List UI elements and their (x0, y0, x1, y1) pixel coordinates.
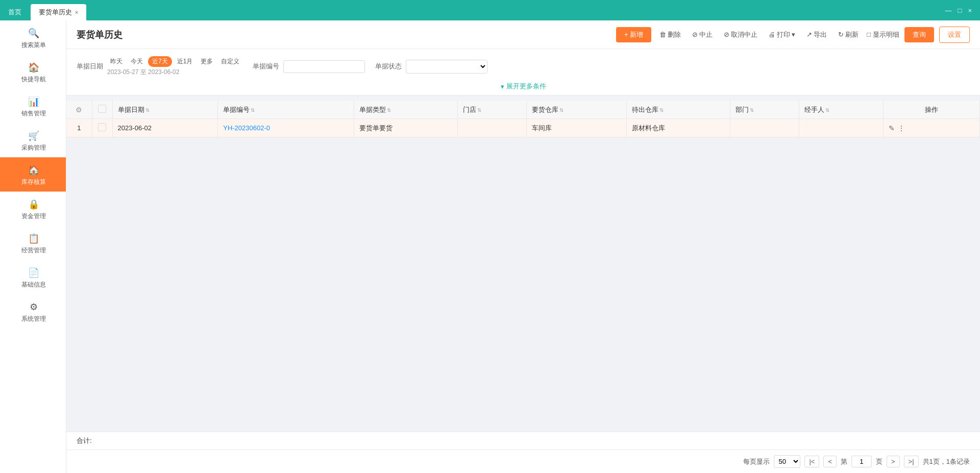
query-button[interactable]: 查询 (904, 27, 934, 42)
col-dept[interactable]: 部门⇅ (730, 101, 799, 119)
sort-icon-req-wh: ⇅ (559, 107, 564, 113)
sidebar-item-system-mgmt[interactable]: ⚙ 系统管理 (0, 294, 66, 328)
stop-button[interactable]: ⊘ 中止 (689, 28, 716, 41)
status-select[interactable] (406, 60, 487, 74)
col-pending-warehouse[interactable]: 待出仓库⇅ (626, 101, 730, 119)
col-doc-type[interactable]: 单据类型⇅ (354, 101, 457, 119)
col-store[interactable]: 门店⇅ (457, 101, 526, 119)
cancel-stop-icon: ⊘ (724, 31, 729, 38)
date-filter-label: 单据日期 (77, 62, 103, 71)
col-settings[interactable]: ⚙ (66, 101, 92, 119)
edit-icon[interactable]: ✎ (889, 124, 895, 132)
first-page-button[interactable]: |< (804, 456, 819, 467)
sidebar-item-finance[interactable]: 🔒 资金管理 (0, 192, 66, 226)
sidebar-item-operations-label: 经营管理 (21, 246, 46, 255)
pagination-bar: 每页显示 50 10 20 100 |< < 第 页 > >| 共1页，1条记录 (66, 450, 980, 473)
data-table: ⚙ 单据日期⇅ 单据编号⇅ 单据类型⇅ 门店⇅ 要货仓库⇅ 待出仓库⇅ 部门⇅ … (66, 101, 980, 137)
header-checkbox[interactable] (98, 105, 106, 113)
doc-number-input[interactable] (283, 60, 365, 73)
page-size-select[interactable]: 50 10 20 100 (774, 455, 800, 468)
purchase-mgmt-icon: 🛒 (28, 130, 39, 141)
delete-icon: 🗑 (659, 31, 666, 38)
sidebar-item-system-mgmt-label: 系统管理 (21, 315, 46, 323)
window-maximize[interactable]: □ (958, 7, 962, 14)
sidebar-item-search-menu[interactable]: 🔍 搜索菜单 (0, 20, 66, 55)
window-minimize[interactable]: — (945, 7, 952, 14)
shortcut-custom[interactable]: 自定义 (218, 56, 242, 67)
date-shortcuts-group: 昨天 今天 近7天 近1月 更多 自定义 2023-05-27 至 2023-0… (107, 56, 242, 77)
cell-doc-type: 要货单要货 (354, 119, 457, 137)
doc-number-label: 单据编号 (253, 62, 279, 71)
sidebar-item-basic-info-label: 基础信息 (21, 280, 46, 289)
last-page-button[interactable]: >| (904, 456, 919, 467)
table-header: ⚙ 单据日期⇅ 单据编号⇅ 单据类型⇅ 门店⇅ 要货仓库⇅ 待出仓库⇅ 部门⇅ … (66, 101, 980, 119)
delete-button[interactable]: 🗑 删除 (656, 28, 684, 41)
row-checkbox[interactable] (98, 123, 106, 131)
shortcut-more[interactable]: 更多 (198, 56, 216, 67)
quick-nav-icon: 🏠 (28, 62, 39, 73)
display-cell-button[interactable]: □ 显示明细 (867, 30, 899, 39)
cell-dept (730, 119, 799, 137)
expand-more-btn[interactable]: ▾ 展开更多条件 (501, 82, 546, 91)
col-doc-date[interactable]: 单据日期⇅ (112, 101, 218, 119)
doc-number-link[interactable]: YH-20230602-0 (223, 124, 270, 132)
sidebar-item-basic-info[interactable]: 📄 基础信息 (0, 260, 66, 294)
cell-store (457, 119, 526, 137)
settings-icon: ⚙ (76, 106, 82, 114)
print-button[interactable]: 🖨 打印 ▾ (766, 28, 798, 41)
tab-close-icon[interactable]: × (75, 9, 78, 15)
print-icon: 🖨 (769, 31, 775, 38)
col-doc-number[interactable]: 单据编号⇅ (218, 101, 354, 119)
checkbox-display: □ (867, 31, 871, 38)
table-footer: 合计: (66, 432, 980, 450)
status-label: 单据状态 (375, 62, 402, 71)
next-page-button[interactable]: > (887, 456, 900, 467)
system-mgmt-icon: ⚙ (30, 301, 38, 313)
sidebar-item-inventory[interactable]: 🏠 库存核算 (0, 157, 66, 192)
sidebar-item-quick-nav[interactable]: 🏠 快捷导航 (0, 55, 66, 89)
table-row: 1 2023-06-02 YH-20230602-0 要货单要货 车间库 原材料… (66, 119, 980, 137)
more-icon[interactable]: ⋮ (898, 124, 905, 132)
tab-home[interactable]: 首页 (0, 4, 30, 20)
content-area: 要货单历史 + 新增 🗑 删除 ⊘ 中止 ⊘ 取消中止 🖨 打印 (66, 20, 980, 473)
tab-requisition-history-label: 要货单历史 (39, 8, 72, 17)
cell-actions: ✎ ⋮ (883, 119, 979, 137)
prev-page-button[interactable]: < (823, 456, 837, 467)
export-icon: ↗ (806, 31, 812, 38)
print-arrow-icon: ▾ (792, 31, 795, 38)
sidebar-item-inventory-label: 库存核算 (21, 178, 46, 186)
sidebar-item-operations[interactable]: 📋 经营管理 (0, 226, 66, 260)
export-button[interactable]: ↗ 导出 (803, 28, 830, 41)
page-title: 要货单历史 (77, 29, 122, 41)
window-close[interactable]: × (968, 7, 972, 14)
status-filter: 单据状态 (375, 60, 487, 74)
cancel-stop-button[interactable]: ⊘ 取消中止 (721, 28, 761, 41)
tab-home-label: 首页 (8, 8, 21, 17)
shortcut-last1month[interactable]: 近1月 (174, 56, 196, 67)
page-number-input[interactable] (851, 456, 872, 467)
table-container: ⚙ 单据日期⇅ 单据编号⇅ 单据类型⇅ 门店⇅ 要货仓库⇅ 待出仓库⇅ 部门⇅ … (66, 96, 980, 432)
inventory-icon: 🏠 (28, 164, 39, 176)
new-button[interactable]: + 新增 (616, 27, 651, 42)
sort-icon-dept: ⇅ (750, 107, 754, 113)
col-handler[interactable]: 经手人⇅ (799, 101, 883, 119)
cell-checkbox[interactable] (92, 119, 112, 137)
col-checkbox[interactable] (92, 101, 112, 119)
page-label: 第 (841, 457, 847, 466)
sidebar-item-sales-mgmt[interactable]: 📊 销售管理 (0, 89, 66, 123)
top-bar: 首页 要货单历史 × — □ × (0, 0, 980, 20)
sort-icon-store: ⇅ (477, 107, 481, 113)
col-req-warehouse[interactable]: 要货仓库⇅ (526, 101, 626, 119)
page-suffix: 页 (876, 457, 883, 466)
sidebar-item-purchase-mgmt[interactable]: 🛒 采购管理 (0, 123, 66, 157)
refresh-icon: ↻ (838, 31, 844, 38)
page-header: 要货单历史 + 新增 🗑 删除 ⊘ 中止 ⊘ 取消中止 🖨 打印 (66, 20, 980, 49)
cell-doc-number[interactable]: YH-20230602-0 (218, 119, 354, 137)
sidebar-item-finance-label: 资金管理 (21, 212, 46, 221)
tab-requisition-history[interactable]: 要货单历史 × (31, 4, 86, 20)
shortcut-today[interactable]: 今天 (128, 56, 146, 67)
refresh-button[interactable]: ↻ 刷新 (835, 28, 862, 41)
shortcut-yesterday[interactable]: 昨天 (107, 56, 126, 67)
settings-button[interactable]: 设置 (939, 27, 970, 43)
shortcut-last7days[interactable]: 近7天 (148, 56, 172, 67)
